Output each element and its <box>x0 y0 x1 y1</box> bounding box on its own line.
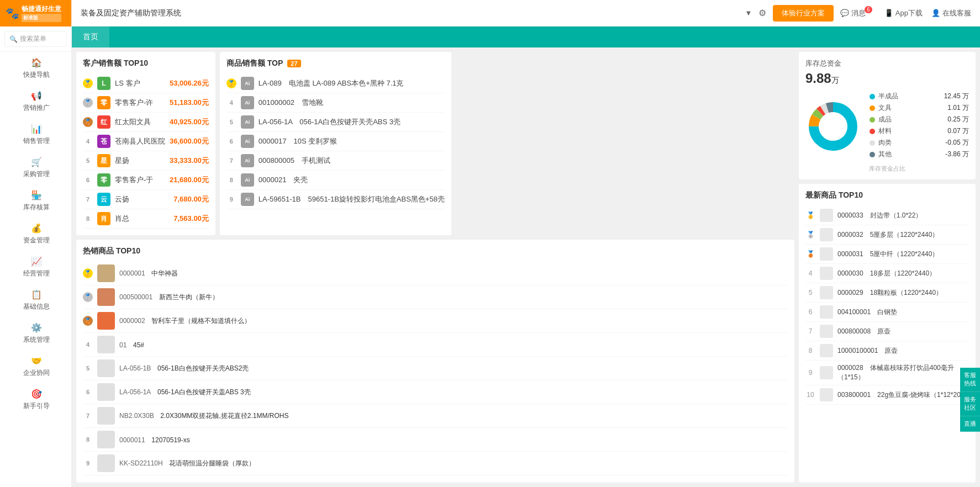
app-download-button[interactable]: 📱 App下载 <box>884 8 923 18</box>
newest-info: 0000028 体械嘉枝味苏打饮品400毫升（1*15） <box>837 363 969 382</box>
sidebar-item-marketing[interactable]: 📢 营销推广 <box>0 85 71 118</box>
inventory-icon: 🏪 <box>31 190 42 200</box>
messages-button[interactable]: 💬 消息 6 <box>840 8 876 18</box>
product-info: NB2.0X30B 2.0X30MM双搓花轴,搓花直径2.1MM/ROHS <box>119 411 788 421</box>
rank-avatar: Ai <box>241 77 254 90</box>
dropdown-icon[interactable]: ▼ <box>745 9 752 17</box>
search-icon: 🔍 <box>9 35 18 43</box>
finance-icon: 💰 <box>31 223 42 234</box>
product-info: 0000001 中华神器 <box>119 269 788 278</box>
product-info: LA-056-1B 056-1B白色按键开关壳ABS2壳 <box>119 364 788 373</box>
sidebar-item-operations[interactable]: 📈 经营管理 <box>0 251 71 284</box>
hot-products-card: 热销商品 TOP10 🥇 0000001 中华神器 🥈 <box>76 240 794 483</box>
rank-number: 6 <box>83 387 93 397</box>
sidebar-item-inventory[interactable]: 🏪 库存核算 <box>0 184 71 218</box>
newest-rank: 9 <box>805 369 815 377</box>
newest-rank: 🥈 <box>805 231 815 239</box>
sidebar-item-home[interactable]: 🏠 快捷导航 <box>0 52 71 85</box>
newest-info: 004100001 白钢垫 <box>837 308 969 317</box>
rank-number: 6 <box>83 175 93 185</box>
sidebar-logo: 🐾 畅捷通好生意 标准版 <box>0 0 71 27</box>
home-icon: 🏠 <box>31 57 42 68</box>
rank-name: 零售客户-于 <box>115 175 165 185</box>
legend-value: -0.05 万 <box>945 138 969 147</box>
newest-thumb <box>820 247 833 261</box>
sidebar-item-label: 采购管理 <box>23 170 50 179</box>
rank-item: 🥇 Ai LA-089 电池盖 LA-089 ABS本色+黑种 7.1克 <box>226 74 445 93</box>
newest-info: 0000031 5厘中纤（1220*2440） <box>837 250 969 259</box>
search-menu-button[interactable]: 🔍 搜索菜单 <box>4 31 67 47</box>
legend-color <box>870 105 875 111</box>
operations-icon: 📈 <box>31 256 42 267</box>
service-icon: 👤 <box>931 9 940 17</box>
rank-name: 001000002 雪地靴 <box>259 98 445 108</box>
rank-name: 云扬 <box>115 194 169 204</box>
trial-button[interactable]: 体验行业方案 <box>773 5 834 22</box>
product-thumb <box>97 264 115 282</box>
online-service-label: 在线客服 <box>942 8 971 18</box>
product-item: 🥇 0000001 中华神器 <box>83 262 788 285</box>
legend-value: 0.25 万 <box>947 115 969 124</box>
rank-name: LA-089 电池盖 LA-089 ABS本色+黑种 7.1克 <box>259 78 445 88</box>
inventory-value: 9.88万 <box>805 71 969 86</box>
newest-rank: 🥉 <box>805 250 815 258</box>
legend-color <box>870 129 875 134</box>
legend-item: 其他 -3.86 万 <box>870 150 969 159</box>
rank-avatar: 星 <box>97 154 110 167</box>
product-item: 5 LA-056-1B 056-1B白色按键开关壳ABS2壳 <box>83 357 788 380</box>
rank-item: 🥇 L LS 客户 53,006.26元 <box>83 74 209 93</box>
legend-label: 文具 <box>878 103 944 113</box>
sidebar-item-guide[interactable]: 🎯 新手引导 <box>0 383 71 416</box>
float-btn-community[interactable]: 服务社区 <box>960 392 980 416</box>
purchase-icon: 🛒 <box>31 157 42 167</box>
newest-products-list: 🥇 0000033 封边带（1.0*22） 🥈 0000032 5厘多层（122… <box>805 206 969 405</box>
newest-info: 10000100001 原壶 <box>837 346 969 356</box>
count-badge: 27 <box>287 60 301 67</box>
rank-number: 5 <box>83 156 93 166</box>
rank-name: 红太阳文具 <box>115 117 165 127</box>
sidebar-item-sales[interactable]: 📊 销售管理 <box>0 118 71 151</box>
float-btn-service[interactable]: 客服热线 <box>960 368 980 392</box>
online-service-button[interactable]: 👤 在线客服 <box>931 8 971 18</box>
product-info: 01 45# <box>119 341 788 349</box>
newest-item: 9 0000028 体械嘉枝味苏打饮品400毫升（1*15） <box>805 361 969 385</box>
tab-home[interactable]: 首页 <box>72 27 109 47</box>
rank-value: 40,925.00元 <box>170 117 209 127</box>
inventory-footer: 库存资金占比 <box>805 165 969 173</box>
sidebar-item-finance[interactable]: 💰 资金管理 <box>0 218 71 251</box>
sidebar-item-label: 营销推广 <box>23 103 50 113</box>
product-info: KK-SD22110H 花语萌恒温分腿睡袋（厚款） <box>119 459 788 468</box>
rank-item: 7 云 云扬 7,680.00元 <box>83 190 209 209</box>
rank-item: 6 零 零售客户-于 21,680.00元 <box>83 171 209 190</box>
newest-item: 🥉 0000031 5厘中纤（1220*2440） <box>805 245 969 264</box>
newest-rank: 🥇 <box>805 211 815 219</box>
newest-item: 🥈 0000032 5厘多层（1220*2440） <box>805 225 969 245</box>
content-main: 客户销售额 TOP10 🥇 L LS 客户 53,006.26元 🥈 零 零售 <box>76 52 794 483</box>
rank-value: 7,680.00元 <box>173 194 209 204</box>
newest-item: 4 0000030 18多层（1220*2440） <box>805 264 969 283</box>
sidebar: 🐾 畅捷通好生意 标准版 🔍 搜索菜单 🏠 快捷导航 📢 营销推广 📊 销售管理… <box>0 0 72 487</box>
rank-avatar: 红 <box>97 115 110 129</box>
rank-number: 5 <box>226 117 236 127</box>
inventory-unit: 万 <box>831 76 839 84</box>
basic-info-icon: 📋 <box>31 289 42 300</box>
rank-number: 🥇 <box>83 268 93 278</box>
legend-item: 肉类 -0.05 万 <box>870 138 969 147</box>
rank-item: 8 Ai 0000021 夹壳 <box>226 171 445 190</box>
newest-info: 0000032 5厘多层（1220*2440） <box>837 230 969 240</box>
legend-value: 12.45 万 <box>944 92 969 101</box>
newest-info: 003800001 22g鱼豆腐-烧烤味（1*12*20） <box>837 390 969 400</box>
settings-icon[interactable]: ⚙ <box>758 8 766 18</box>
newest-products-title: 最新商品 TOP10 <box>805 190 969 200</box>
sidebar-item-label: 经营管理 <box>23 269 50 278</box>
sidebar-item-label: 系统管理 <box>23 335 50 345</box>
customer-ranking-card: 客户销售额 TOP10 🥇 L LS 客户 53,006.26元 🥈 零 零售 <box>76 52 215 235</box>
rank-number: 🥉 <box>83 117 93 127</box>
float-btn-live[interactable]: 直播 <box>960 416 980 432</box>
page-tabs: 首页 <box>72 27 980 47</box>
sidebar-item-purchase[interactable]: 🛒 采购管理 <box>0 151 71 184</box>
sidebar-item-system[interactable]: ⚙️ 系统管理 <box>0 317 71 350</box>
sidebar-item-collab[interactable]: 🤝 企业协同 <box>0 350 71 383</box>
sidebar-item-basic-info[interactable]: 📋 基础信息 <box>0 284 71 317</box>
rank-name: 0000017 10S 变刹罗猴 <box>259 136 445 146</box>
